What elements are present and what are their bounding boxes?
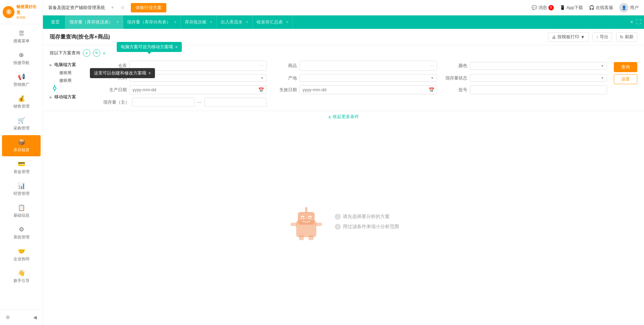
origin-select[interactable]: ▼ <box>300 74 437 82</box>
exp-date-text-input[interactable] <box>300 85 437 94</box>
sidebar-item-inventory[interactable]: 📦 库存核算 <box>2 135 41 156</box>
message-icon-item[interactable]: 💬 消息 9 <box>532 5 554 11</box>
filter-add-btn[interactable]: + <box>83 49 90 57</box>
prod-date-input[interactable]: 📅 <box>129 85 267 94</box>
scheme-panel: ▶ 电脑端方案 ● 接班用 ● 接班用 <box>50 61 97 107</box>
tab-bar-right: × ⛶ <box>630 19 641 25</box>
collapse-sidebar-btn[interactable]: ◀ <box>30 312 40 322</box>
system-icon: ⚙ <box>19 226 24 233</box>
tab-summary[interactable]: 收发存汇总表 × <box>253 15 293 29</box>
export-icon: ↑ <box>596 35 599 40</box>
tab-bar: 首页 现存量（库存状况表） × 现存量（库存分布表） × 库存批次账 × 出入库… <box>43 15 644 29</box>
dropdown-icon: ▼ <box>581 35 585 40</box>
tab-inventory-status[interactable]: 现存量（库存状况表） × <box>65 15 123 29</box>
svg-point-5 <box>309 217 311 219</box>
connector-dot <box>53 87 56 90</box>
empty-tip1: 1 请先选择要分析的方案 <box>335 214 399 220</box>
tooltip-create-scheme: 这里可以创建和修改方案哦 × <box>90 68 155 78</box>
sidebar-item-enterprise[interactable]: 🤝 企业协同 <box>2 244 41 265</box>
page-actions: 🖨 按模板打印 ▼ ↑ 导出 ↻ 刷新 <box>548 32 637 42</box>
filter-fields: 仓库 ··· 商品 ··· <box>103 61 607 107</box>
refresh-btn[interactable]: ↻ 刷新 <box>616 32 637 42</box>
scheme-pc-arrow: ▶ <box>50 63 52 67</box>
tab-close-4[interactable]: × <box>286 20 288 24</box>
scheme-mobile-item[interactable]: ▶ 移动端方案 <box>50 93 97 101</box>
prod-date-field: 生产日期 📅 <box>103 85 267 94</box>
stock-main-to-input[interactable] <box>204 98 267 107</box>
experience-btn[interactable]: 体验行业方案 <box>131 3 166 12</box>
top-header: 装备及固定资产辅助管理系统 ▼ ⚙ 体验行业方案 💬 消息 9 📱 App下载 … <box>43 0 644 15</box>
app-download-item[interactable]: 📱 App下载 <box>560 5 583 11</box>
filter-row4: 现存量（主） — <box>103 98 607 107</box>
sidebar-item-operations[interactable]: 📊 经营管理 <box>2 179 41 200</box>
tooltip2-close[interactable]: × <box>148 70 151 76</box>
svg-rect-6 <box>299 235 304 240</box>
svg-rect-7 <box>309 235 314 240</box>
product-more[interactable]: ··· <box>429 63 434 69</box>
stock-status-select[interactable]: ▼ <box>470 74 607 82</box>
filter-arrow-btn[interactable]: « <box>103 50 106 56</box>
sidebar-item-purchase[interactable]: 🛒 采购管理 <box>2 113 41 134</box>
template-print-btn[interactable]: 🖨 按模板打印 ▼ <box>548 32 589 42</box>
svg-rect-8 <box>290 223 297 226</box>
sidebar-item-system[interactable]: ⚙ 系统管理 <box>2 222 41 243</box>
batch-field: 批号 <box>444 85 607 94</box>
svg-point-11 <box>305 207 308 210</box>
tab-close-3[interactable]: × <box>246 20 248 24</box>
tab-close-1[interactable]: × <box>174 20 176 24</box>
sidebar-item-search[interactable]: ☰ 搜索菜单 <box>2 26 41 47</box>
color-select[interactable]: ▼ <box>470 62 607 70</box>
empty-tip2: 2 用过滤条件来缩小分析范围 <box>335 224 399 230</box>
tab-fullscreen[interactable]: ⛶ <box>636 19 641 25</box>
filter-area: 电脑方案可设为移动方案哦 × 按以下方案查询 + ✎ « 这里可以创建和修改方案… <box>43 45 644 111</box>
user-item[interactable]: 👤 用户 <box>619 3 639 12</box>
scheme-pc-item[interactable]: ▶ 电脑端方案 <box>50 61 97 69</box>
sidebar-item-newbie[interactable]: 👋 新手引导 <box>2 266 41 287</box>
exp-date-input[interactable]: 📅 <box>300 85 437 94</box>
prod-date-text-input[interactable] <box>129 85 267 94</box>
tab-close-0[interactable]: × <box>116 20 119 24</box>
sidebar-item-finance[interactable]: 💳 资金管理 <box>2 157 41 178</box>
online-support-item[interactable]: 🎧 在线客服 <box>589 5 613 11</box>
reset-btn[interactable]: 设置 <box>614 74 637 84</box>
tab-close-2[interactable]: × <box>210 20 212 24</box>
finance-icon: 💳 <box>18 160 25 168</box>
empty-state: 1 请先选择要分析的方案 2 用过滤条件来缩小分析范围 <box>43 122 644 325</box>
phone-icon: 📱 <box>560 5 565 10</box>
exp-date-field: 失效日期 📅 <box>273 85 437 94</box>
scheme-sub-item2[interactable]: ● 接班用 <box>55 77 97 84</box>
tab-inventory-dist[interactable]: 现存量（库存分布表） × <box>123 15 181 29</box>
batch-input[interactable] <box>470 85 607 94</box>
stock-main-from-input[interactable] <box>132 98 195 107</box>
svg-point-4 <box>302 217 304 219</box>
sidebar-item-guide[interactable]: ⊕ 快捷导航 <box>2 48 41 69</box>
stock-main-field: 现存量（主） — <box>103 98 267 107</box>
export-btn[interactable]: ↑ 导出 <box>593 32 612 42</box>
basic-icon: 📋 <box>18 204 25 211</box>
collapse-up-icon: ∧ <box>328 114 331 119</box>
sidebar-item-marketing[interactable]: 📢 营销推广 <box>2 70 41 91</box>
warehouse-more[interactable]: ··· <box>259 63 264 69</box>
filter-row3: 生产日期 📅 失效日期 📅 <box>103 85 607 94</box>
tab-batch-ledger[interactable]: 库存批次账 × <box>181 15 217 29</box>
content-area: 现存量查询(按仓库+商品) 🖨 按模板打印 ▼ ↑ 导出 ↻ 刷新 <box>43 29 644 325</box>
logo-icon: ⑥ <box>3 6 14 18</box>
settings-btn[interactable]: ⚙ <box>3 312 13 322</box>
main-area: 装备及固定资产辅助管理系统 ▼ ⚙ 体验行业方案 💬 消息 9 📱 App下载 … <box>43 0 644 325</box>
search-btn[interactable]: 查询 <box>614 62 637 72</box>
scheme-mobile-arrow: ▶ <box>50 95 52 99</box>
collapse-bar[interactable]: ∧ 收起更多条件 <box>43 111 644 122</box>
tooltip1-close[interactable]: × <box>175 44 178 50</box>
tab-flow[interactable]: 出入库流水 × <box>217 15 253 29</box>
filter-row2: 尺码 ▼ 产地 ▼ <box>103 74 607 82</box>
tooltip-scheme-mobile: 电脑方案可设为移动方案哦 × <box>117 42 182 52</box>
svg-rect-9 <box>315 223 322 226</box>
tab-close-all[interactable]: × <box>630 19 633 25</box>
sidebar-item-basic[interactable]: 📋 基础信息 <box>2 201 41 222</box>
product-input[interactable]: ··· <box>300 61 437 71</box>
sidebar-item-sales[interactable]: 💰 销售管理 <box>2 92 41 113</box>
tab-home[interactable]: 首页 <box>46 15 65 29</box>
filter-edit-btn[interactable]: ✎ <box>93 49 100 57</box>
filter-body: ▶ 电脑端方案 ● 接班用 ● 接班用 <box>50 61 637 107</box>
guide-icon: ⊕ <box>19 51 24 59</box>
